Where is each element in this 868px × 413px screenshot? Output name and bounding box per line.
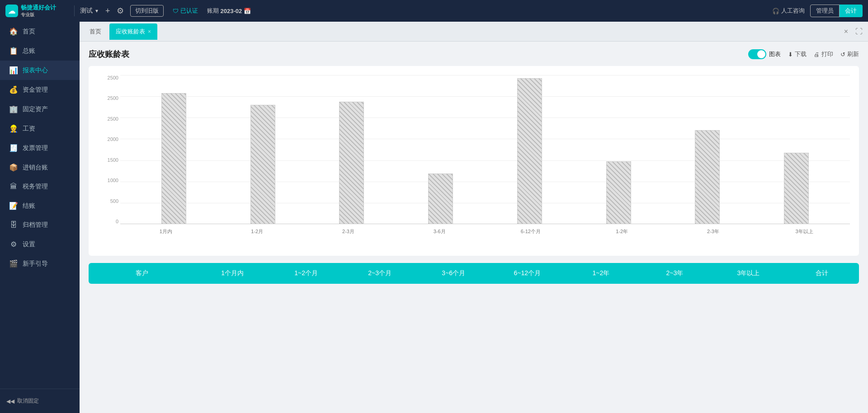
logo: ☁ 畅捷通好会计 专业版 [5, 4, 69, 18]
page-title: 应收账龄表 [89, 49, 129, 60]
main-layout: 🏠 首页 📋 总账 📊 报表中心 💰 资金管理 🏢 固定资产 👷 工资 [0, 22, 868, 413]
table-header-23m: 2~3个月 [343, 263, 417, 284]
assets-icon: 🏢 [9, 105, 18, 113]
sidebar-item-label: 报表中心 [23, 66, 48, 75]
manager-button[interactable]: 管理员 [810, 5, 840, 17]
sidebar-item-guide[interactable]: 🎬 新手引导 [0, 254, 80, 273]
chart-container: 2500 2500 2500 2000 1500 1000 500 0 [98, 75, 850, 238]
certified-badge: 🛡 已认证 [173, 7, 198, 15]
close-window-button[interactable]: × [842, 26, 850, 38]
ledger-icon: 📋 [9, 47, 18, 55]
bar-group-23y [663, 75, 752, 224]
consult-button[interactable]: 🎧 人工咨询 [772, 7, 805, 15]
x-label-1m: 1月内 [120, 228, 212, 235]
table-header-3plus: 3年以上 [712, 263, 785, 284]
bar-12m [250, 105, 275, 224]
expand-window-button[interactable]: ⛶ [854, 26, 864, 38]
capital-icon: 💰 [9, 85, 18, 94]
chevron-down-icon: ▾ [95, 8, 98, 14]
y-label-500: 500 [110, 198, 118, 204]
sidebar-item-assets[interactable]: 🏢 固定资产 [0, 99, 80, 119]
table-header-total: 合计 [785, 263, 859, 284]
table-header-row: 客户 1个月内 1~2个月 2~3个月 3~6个月 6~12个月 1~2年 2~… [89, 263, 859, 284]
sidebar-item-label: 进销台账 [23, 164, 48, 172]
chart-toggle[interactable]: 图表 [748, 49, 781, 59]
refresh-button[interactable]: ↺ 刷新 [840, 50, 859, 58]
sidebar-item-inventory[interactable]: 📦 进销台账 [0, 158, 80, 177]
logo-name: 畅捷通好会计 [21, 4, 56, 12]
settings-icon: ⚙ [9, 240, 18, 249]
reports-icon: 📊 [9, 66, 18, 75]
add-button[interactable]: + [105, 6, 110, 16]
sidebar-item-label: 结账 [23, 202, 35, 210]
sidebar-item-label: 资金管理 [23, 86, 48, 94]
sidebar-item-label: 归档管理 [23, 221, 48, 229]
y-label-2500-3: 2500 [108, 116, 118, 122]
cancel-fixed-button[interactable]: ◀◀ 取消固定 [0, 394, 80, 408]
sidebar-item-ledger[interactable]: 📋 总账 [0, 41, 80, 61]
sidebar-item-label: 工资 [23, 125, 35, 133]
bar-group-3plus [752, 75, 841, 224]
sidebar-bottom: ◀◀ 取消固定 [0, 389, 80, 413]
x-label-23m: 2-3月 [303, 228, 394, 235]
sidebar-item-capital[interactable]: 💰 资金管理 [0, 80, 80, 99]
sidebar-item-label: 总账 [23, 47, 35, 55]
accountant-button[interactable]: 会计 [840, 5, 863, 17]
sidebar-item-label: 税务管理 [23, 183, 48, 191]
table-header-36m: 3~6个月 [417, 263, 491, 284]
download-button[interactable]: ⬇ 下载 [788, 50, 807, 58]
y-label-2000: 2000 [108, 136, 118, 142]
calendar-icon[interactable]: 📅 [244, 8, 251, 14]
inventory-icon: 📦 [9, 163, 18, 172]
chart-section: 2500 2500 2500 2000 1500 1000 500 0 [89, 66, 859, 256]
bar-23y [695, 130, 720, 224]
sidebar: 🏠 首页 📋 总账 📊 报表中心 💰 资金管理 🏢 固定资产 👷 工资 [0, 22, 80, 413]
table-header-23y: 2~3年 [638, 263, 712, 284]
sidebar-item-closing[interactable]: 📝 结账 [0, 196, 80, 216]
bar-group-36m [396, 75, 485, 224]
bar-23m [339, 102, 364, 224]
sidebar-item-reports[interactable]: 📊 报表中心 [0, 61, 80, 80]
topbar: ☁ 畅捷通好会计 专业版 测试 ▾ + ⚙ 切到旧版 🛡 已认证 账期 2023… [0, 0, 868, 22]
x-label-12m: 1-2月 [212, 228, 303, 235]
table-header-612m: 6~12个月 [491, 263, 564, 284]
sidebar-item-label: 发票管理 [23, 144, 48, 152]
logo-icon: ☁ [5, 5, 18, 17]
print-button[interactable]: 🖨 打印 [814, 50, 833, 58]
sidebar-item-label: 首页 [23, 28, 35, 36]
topbar-actions: + ⚙ 切到旧版 [105, 5, 164, 17]
x-label-612m: 6-12个月 [485, 228, 576, 235]
topbar-divider [74, 5, 75, 16]
tab-home[interactable]: 首页 [83, 23, 108, 40]
tab-accounts-receivable-aging[interactable]: 应收账龄表 × [109, 23, 157, 40]
project-selector[interactable]: 测试 ▾ [80, 7, 98, 15]
toggle-switch[interactable] [748, 49, 766, 59]
sidebar-item-settings[interactable]: ⚙ 设置 [0, 235, 80, 254]
table-header-12m: 1~2个月 [269, 263, 343, 284]
sidebar-item-invoice[interactable]: 🧾 发票管理 [0, 138, 80, 158]
y-label-2500-2: 2500 [108, 95, 118, 101]
bar-12y [606, 161, 631, 224]
table-header-1m: 1个月内 [196, 263, 269, 284]
topbar-right: 🎧 人工咨询 管理员 会计 [772, 5, 863, 17]
x-label-36m: 3-6月 [394, 228, 485, 235]
tab-close-icon[interactable]: × [148, 28, 151, 35]
tab-bar: 首页 应收账龄表 × × ⛶ [80, 22, 868, 42]
settings-button[interactable]: ⚙ [117, 6, 124, 16]
switch-version-button[interactable]: 切到旧版 [130, 5, 164, 17]
bar-1m [161, 93, 186, 224]
sidebar-item-tax[interactable]: 🏛 税务管理 [0, 177, 80, 196]
sidebar-item-home[interactable]: 🏠 首页 [0, 22, 80, 41]
bar-group-12m [218, 75, 307, 224]
page-header: 应收账龄表 图表 ⬇ 下载 🖨 打印 ↺ [89, 49, 859, 60]
period-info: 账期 2023-02 📅 [207, 7, 251, 15]
y-label-0: 0 [116, 219, 118, 224]
sidebar-item-payroll[interactable]: 👷 工资 [0, 119, 80, 138]
closing-icon: 📝 [9, 202, 18, 210]
headset-icon: 🎧 [772, 8, 779, 14]
bar-group-612m [485, 75, 574, 224]
x-label-23y: 2-3年 [668, 228, 759, 235]
pin-icon: ◀◀ [6, 398, 14, 404]
bar-group-1m [129, 75, 218, 224]
sidebar-item-archive[interactable]: 🗄 归档管理 [0, 216, 80, 235]
